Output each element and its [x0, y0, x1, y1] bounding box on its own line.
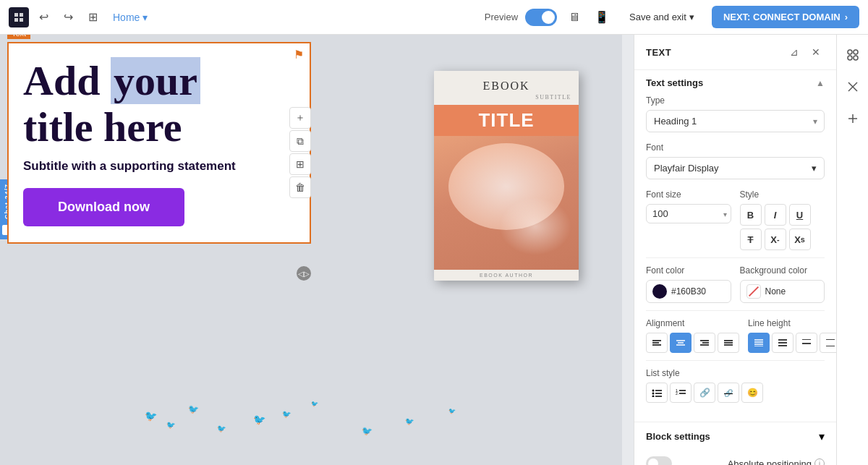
panel-title: TEXT	[646, 47, 671, 58]
save-exit-label: Save and exit	[629, 12, 686, 22]
alignment-buttons	[646, 333, 739, 353]
ebook-author: EBOOK AUTHOR	[434, 270, 579, 281]
panel-header: TEXT ⊿ ✕	[634, 35, 836, 70]
main-area: Chat 24/7 Text ⚑ Add your title here Sub…	[0, 35, 868, 465]
save-exit-button[interactable]: Save and exit ▾	[619, 7, 705, 27]
paste-element-button[interactable]: ⊞	[289, 153, 311, 175]
size-style-row: Font size 100 80 60 48 Style B I	[646, 189, 825, 250]
canvas-area[interactable]: Chat 24/7 Text ⚑ Add your title here Sub…	[0, 35, 634, 465]
type-select-wrapper[interactable]: Heading 1 Heading 2 Paragraph	[646, 110, 825, 132]
absolute-positioning-toggle[interactable]	[646, 456, 672, 465]
download-now-button[interactable]: Download now	[23, 188, 184, 226]
close-panel-button[interactable]	[841, 75, 864, 98]
alignment-col: Alignment	[646, 318, 739, 353]
dashboard-button[interactable]	[841, 43, 864, 67]
bold-button[interactable]: B	[740, 204, 762, 226]
style-buttons: B I U T X- Xs	[740, 204, 825, 250]
copy-element-button[interactable]: ⧉	[289, 130, 311, 152]
right-panel: TEXT ⊿ ✕ Text settings ▲ Type Heading 1 …	[634, 35, 836, 465]
home-chevron-icon: ▾	[142, 12, 148, 23]
align-justify-button[interactable]	[718, 333, 739, 353]
svg-text:2.: 2.	[676, 391, 678, 396]
absolute-positioning-label: Absolute positioning i	[728, 458, 825, 466]
svg-point-25	[652, 393, 655, 395]
topbar-left: ↩ ↪ ⊞ Home ▾	[9, 7, 479, 27]
text-settings-chevron-icon: ▲	[816, 78, 825, 88]
home-button[interactable]: Home ▾	[107, 9, 153, 26]
delete-element-button[interactable]: 🗑	[289, 176, 311, 198]
font-field-group: Font Playfair Display ▾	[646, 142, 825, 179]
text-block[interactable]: Text ⚑ Add your title here Subtitle with…	[7, 42, 311, 244]
home-label: Home	[113, 12, 140, 23]
type-select[interactable]: Heading 1 Heading 2 Paragraph	[646, 110, 825, 132]
text-block-flag-icon: ⚑	[294, 48, 304, 61]
align-center-button[interactable]	[670, 333, 692, 353]
emoji-button[interactable]: 😊	[741, 383, 763, 403]
line-height-col: Line height	[748, 318, 836, 353]
svg-point-34	[854, 50, 858, 54]
mobile-view-button[interactable]: 📱	[592, 7, 612, 27]
font-select-button[interactable]: Playfair Display ▾	[646, 157, 825, 179]
link-button[interactable]: 🔗	[694, 383, 715, 403]
font-color-swatch-button[interactable]: #160B30	[646, 280, 731, 303]
topbar: ↩ ↪ ⊞ Home ▾ Preview 🖥 📱 Save and exit ▾…	[0, 0, 868, 35]
font-size-select[interactable]: 100 80 60 48	[646, 204, 731, 223]
font-label: Font	[646, 142, 825, 153]
app-logo[interactable]	[9, 7, 29, 27]
text-settings-label: Text settings	[646, 77, 703, 88]
add-element-button[interactable]: ＋	[289, 107, 311, 129]
resize-handle[interactable]: ◁▷	[297, 266, 311, 281]
abs-pos-info-icon[interactable]: i	[814, 458, 825, 465]
list-ordered-button[interactable]: 1.2.	[670, 383, 692, 403]
save-icon-button[interactable]: ⊞	[82, 7, 103, 27]
bg-color-swatch-button[interactable]: None	[740, 280, 825, 303]
redo-button[interactable]: ↪	[58, 7, 78, 27]
bird-7: 🐦	[311, 401, 318, 407]
text-settings-section[interactable]: Text settings ▲	[634, 70, 836, 95]
bird-10: 🐦	[448, 408, 456, 414]
font-color-swatch	[652, 284, 667, 299]
font-color-field: Font color #160B30	[646, 265, 731, 303]
line-height-extra-button[interactable]	[820, 333, 836, 353]
desktop-view-button[interactable]: 🖥	[564, 7, 584, 27]
bird-1: 🐦	[145, 410, 157, 422]
svg-point-27	[652, 396, 655, 398]
list-unordered-button[interactable]	[646, 383, 668, 403]
ebook-title: EBOOK	[441, 80, 571, 93]
text-block-label: Text	[7, 35, 30, 39]
superscript-button[interactable]: Xs	[789, 229, 811, 250]
underline-button[interactable]: U	[789, 204, 811, 226]
far-right-panel	[836, 35, 868, 465]
panel-pin-button[interactable]: ⊿	[786, 43, 803, 61]
connect-domain-button[interactable]: NEXT: CONNECT DOMAIN ›	[712, 6, 859, 28]
list-style-buttons: 1.2. 🔗 🔗 😊	[646, 383, 825, 403]
subscript-button[interactable]: X-	[765, 229, 786, 250]
save-exit-chevron-icon: ▾	[689, 12, 694, 22]
line-height-normal-button[interactable]	[772, 333, 793, 353]
align-left-button[interactable]	[646, 333, 668, 353]
font-size-select-wrapper[interactable]: 100 80 60 48	[646, 204, 731, 223]
strikethrough-button[interactable]: T	[740, 229, 762, 250]
birds-area: 🐦 🐦 🐦 🐦 🐦 🐦 🐦 🐦 🐦 🐦	[0, 378, 622, 465]
add-button[interactable]	[841, 107, 864, 130]
preview-toggle[interactable]	[525, 9, 557, 26]
absolute-positioning-row: Absolute positioning i	[634, 451, 836, 465]
heading-highlight: your	[111, 57, 200, 104]
list-style-label: List style	[646, 368, 825, 378]
panel-close-button[interactable]: ✕	[807, 43, 825, 61]
unlink-button[interactable]: 🔗	[718, 383, 739, 403]
align-right-button[interactable]	[694, 333, 715, 353]
font-value: Playfair Display	[654, 163, 719, 174]
ebook-title-big: TITLE	[440, 109, 573, 132]
line-height-loose-button[interactable]	[796, 333, 817, 353]
svg-point-33	[848, 50, 852, 54]
line-height-label: Line height	[748, 318, 836, 328]
undo-button[interactable]: ↩	[33, 7, 54, 27]
ebook-top: EBOOK SUBTITLE	[434, 71, 579, 105]
italic-button[interactable]: I	[765, 204, 786, 226]
line-height-compact-button[interactable]	[748, 333, 770, 353]
heading-text[interactable]: Add your title here	[23, 58, 295, 150]
subtitle-text[interactable]: Subtitle with a supporting statement	[23, 159, 295, 174]
site-preview: Chat 24/7 Text ⚑ Add your title here Sub…	[0, 35, 622, 465]
block-settings-section[interactable]: Block settings ▾	[634, 422, 836, 451]
